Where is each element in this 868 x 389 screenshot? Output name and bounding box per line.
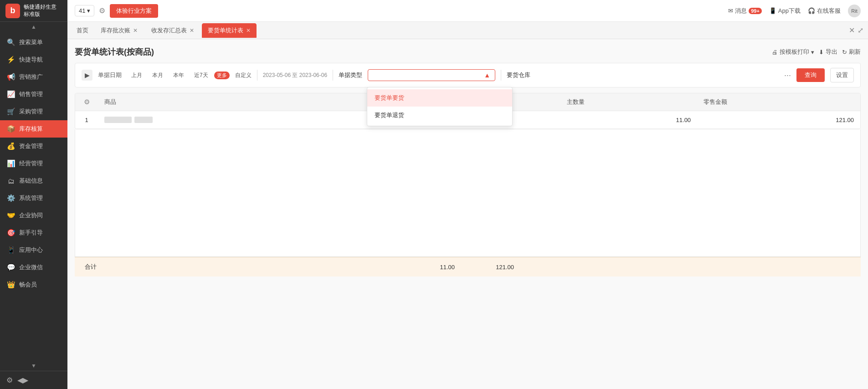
sidebar-item-label: 新手引导 <box>19 229 43 237</box>
online-service-label: 在线客服 <box>817 7 841 15</box>
sidebar-item-sales[interactable]: 📈 销售管理 <box>0 86 67 103</box>
sidebar-item-enterprise[interactable]: 🤝 企业协同 <box>0 207 67 224</box>
sidebar-item-label: 畅会员 <box>19 281 37 289</box>
th-quantity: 主数量 <box>560 93 697 111</box>
export-icon: ⬇ <box>819 49 824 56</box>
sidebar-item-purchase[interactable]: 🛒 采购管理 <box>0 103 67 120</box>
filter-bar: ▶ 单据日期 上月 本月 本年 近7天 更多 自定义 2023-05-06 至 … <box>75 63 861 87</box>
sidebar-item-inventory[interactable]: 📦 库存核算 <box>0 120 67 138</box>
empty-area <box>75 129 861 257</box>
headset-icon: 🎧 <box>808 7 815 14</box>
tab-order-summary[interactable]: 要货单统计表 ✕ <box>202 23 257 38</box>
date-more-badge[interactable]: 更多 <box>214 72 230 79</box>
type-dropdown: 要货单要货 要货单退货 <box>367 87 513 126</box>
row-quantity: 11.00 <box>560 111 697 129</box>
sidebar-item-label: 快捷导航 <box>19 56 43 64</box>
chart-icon: 📈 <box>6 90 15 98</box>
chevron-down-icon: ▾ <box>811 49 814 56</box>
message-icon: ✉ <box>728 7 733 14</box>
sidebar-item-marketing[interactable]: 📢 营销推广 <box>0 68 67 86</box>
settings-btn[interactable]: 设置 <box>830 68 854 82</box>
tab-inventory-batch[interactable]: 库存批次账 ✕ <box>95 23 144 38</box>
close-tab-icon[interactable]: ✕ <box>849 26 855 35</box>
sidebar-item-app[interactable]: 📱 应用中心 <box>0 241 67 259</box>
topbar-gear-icon[interactable]: ⚙ <box>99 6 105 15</box>
more-options-icon[interactable]: ··· <box>784 71 791 80</box>
settings-icon[interactable]: ⚙ <box>6 376 13 384</box>
money-icon: 💰 <box>6 142 15 150</box>
dropdown-item-order-return[interactable]: 要货单退货 <box>367 107 512 124</box>
tab-label: 库存批次账 <box>101 26 130 35</box>
th-amount: 零售金额 <box>697 93 860 111</box>
sidebar-item-label: 资金管理 <box>19 142 43 150</box>
product-bar2 <box>134 117 153 123</box>
sidebar-item-finance[interactable]: 💰 资金管理 <box>0 138 67 155</box>
sidebar-scroll-up[interactable]: ▲ <box>0 22 67 32</box>
product-placeholder <box>104 117 365 123</box>
date-this-year-btn[interactable]: 本年 <box>169 70 188 81</box>
box-icon: 📦 <box>6 125 15 133</box>
user-avatar-btn[interactable]: Rit <box>848 5 861 17</box>
row-product <box>98 111 371 129</box>
sidebar-item-search[interactable]: 🔍 搜索菜单 <box>0 34 67 51</box>
sidebar-header: b 畅捷通好生意 标准版 <box>0 0 67 22</box>
expand-icon[interactable]: ⤢ <box>858 26 863 35</box>
export-btn[interactable]: ⬇ 导出 <box>819 48 837 56</box>
tabbar: 首页 库存批次账 ✕ 收发存汇总表 ✕ 要货单统计表 ✕ ✕ ⤢ <box>67 22 868 39</box>
sidebar-item-label: 经营管理 <box>19 159 43 168</box>
app-download-btn[interactable]: 📱 App下载 <box>769 7 801 15</box>
sidebar-item-base[interactable]: 🗂 基础信息 <box>0 172 67 189</box>
messages-label: 消息 <box>735 7 747 15</box>
sidebar-item-operations[interactable]: 📊 经营管理 <box>0 155 67 172</box>
date-last-month-btn[interactable]: 上月 <box>127 70 146 81</box>
sidebar-nav: 🔍 搜索菜单 ⚡ 快捷导航 📢 营销推广 📈 销售管理 🛒 采购管理 📦 库存核… <box>0 32 67 361</box>
industry-btn[interactable]: 体验行业方案 <box>110 4 158 18</box>
tabbar-actions: ✕ ⤢ <box>849 26 863 35</box>
tab-close-icon[interactable]: ✕ <box>246 27 251 34</box>
crown-icon: 👑 <box>6 281 15 289</box>
type-label: 单据类型 <box>339 71 362 79</box>
target-icon: 🎯 <box>6 229 15 237</box>
tab-label: 要货单统计表 <box>208 26 243 35</box>
date-this-month-btn[interactable]: 本月 <box>148 70 167 81</box>
query-btn[interactable]: 查询 <box>796 68 825 82</box>
refresh-btn[interactable]: ↻ 刷新 <box>842 48 861 56</box>
messages-badge: 99+ <box>749 8 762 14</box>
chevron-down-icon: ▾ <box>87 7 90 14</box>
sidebar-item-label: 采购管理 <box>19 107 43 116</box>
messages-btn[interactable]: ✉ 消息 99+ <box>728 7 762 15</box>
sidebar-scroll-down[interactable]: ▼ <box>0 361 67 371</box>
row-index: 1 <box>75 111 98 129</box>
date-custom-btn[interactable]: 自定义 <box>235 72 252 79</box>
megaphone-icon: 📢 <box>6 73 15 81</box>
sidebar-item-guide[interactable]: 🎯 新手引导 <box>0 224 67 241</box>
sidebar-item-wechat[interactable]: 💬 企业微信 <box>0 259 67 276</box>
tab-receivable-summary[interactable]: 收发存汇总表 ✕ <box>145 23 200 38</box>
sidebar-item-label: 企业协同 <box>19 211 43 220</box>
tab-label: 收发存汇总表 <box>151 26 187 35</box>
sidebar-item-label: 系统管理 <box>19 194 43 202</box>
sidebar-item-shortcut[interactable]: ⚡ 快捷导航 <box>0 51 67 68</box>
bar-chart-icon: 📊 <box>6 159 15 168</box>
topbar-right: ✉ 消息 99+ 📱 App下载 🎧 在线客服 Rit <box>728 5 861 17</box>
total-label: 合计 <box>81 263 291 271</box>
search-icon: 🔍 <box>6 38 15 46</box>
total-quantity: 11.00 <box>409 264 455 271</box>
tab-home[interactable]: 首页 <box>72 24 93 37</box>
tab-close-icon[interactable]: ✕ <box>190 27 194 34</box>
date-last-7-days-btn[interactable]: 近7天 <box>190 70 212 81</box>
th-settings[interactable]: ⚙ <box>75 93 98 111</box>
sidebar-item-system[interactable]: ⚙️ 系统管理 <box>0 189 67 207</box>
sidebar-item-member[interactable]: 👑 畅会员 <box>0 276 67 293</box>
tab-close-icon[interactable]: ✕ <box>133 27 138 34</box>
type-input[interactable]: ▲ <box>368 69 495 81</box>
sidebar-item-label: 企业微信 <box>19 263 43 271</box>
print-template-btn[interactable]: 🖨 按模板打印 ▾ <box>772 48 814 56</box>
online-service-btn[interactable]: 🎧 在线客服 <box>808 7 841 15</box>
dropdown-item-order-goods[interactable]: 要货单要货 <box>367 89 512 107</box>
filter-toggle-btn[interactable]: ▶ <box>82 70 92 81</box>
collapse-icon[interactable]: ◀▶ <box>17 376 28 384</box>
filter-separator3 <box>501 70 501 81</box>
store-selector[interactable]: 41 ▾ <box>75 5 94 16</box>
refresh-icon: ↻ <box>842 49 847 56</box>
